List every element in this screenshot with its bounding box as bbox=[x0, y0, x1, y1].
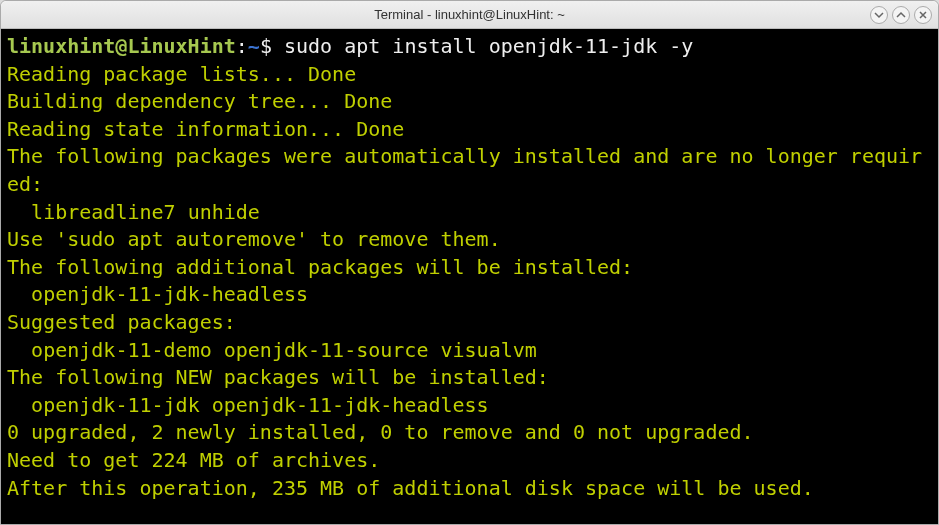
chevron-down-icon bbox=[874, 10, 884, 20]
command: sudo apt install openjdk-11-jdk -y bbox=[284, 34, 693, 58]
output-line: 0 upgraded, 2 newly installed, 0 to remo… bbox=[7, 419, 932, 447]
window-controls bbox=[870, 6, 932, 24]
minimize-button[interactable] bbox=[870, 6, 888, 24]
command-text bbox=[272, 34, 284, 58]
output-line: openjdk-11-jdk-headless bbox=[7, 281, 932, 309]
terminal-content[interactable]: linuxhint@LinuxHint:~$ sudo apt install … bbox=[1, 29, 938, 524]
prompt-colon: : bbox=[236, 34, 248, 58]
titlebar[interactable]: Terminal - linuxhint@LinuxHint: ~ bbox=[1, 1, 938, 29]
prompt-user: linuxhint@LinuxHint bbox=[7, 34, 236, 58]
maximize-button[interactable] bbox=[892, 6, 910, 24]
output-line: openjdk-11-demo openjdk-11-source visual… bbox=[7, 337, 932, 365]
window-title: Terminal - linuxhint@LinuxHint: ~ bbox=[374, 7, 565, 22]
output-line: The following NEW packages will be insta… bbox=[7, 364, 932, 392]
chevron-up-icon bbox=[896, 10, 906, 20]
terminal-output: Reading package lists... DoneBuilding de… bbox=[7, 61, 932, 503]
output-line: The following packages were automaticall… bbox=[7, 143, 932, 198]
output-line: After this operation, 235 MB of addition… bbox=[7, 475, 932, 503]
prompt-line: linuxhint@LinuxHint:~$ sudo apt install … bbox=[7, 33, 932, 61]
output-line: libreadline7 unhide bbox=[7, 199, 932, 227]
output-line: openjdk-11-jdk openjdk-11-jdk-headless bbox=[7, 392, 932, 420]
output-line: The following additional packages will b… bbox=[7, 254, 932, 282]
output-line: Reading state information... Done bbox=[7, 116, 932, 144]
output-line: Reading package lists... Done bbox=[7, 61, 932, 89]
output-line: Use 'sudo apt autoremove' to remove them… bbox=[7, 226, 932, 254]
terminal-window: Terminal - linuxhint@LinuxHint: ~ linuxh… bbox=[0, 0, 939, 525]
output-line: Building dependency tree... Done bbox=[7, 88, 932, 116]
prompt-dollar: $ bbox=[260, 34, 272, 58]
output-line: Suggested packages: bbox=[7, 309, 932, 337]
close-button[interactable] bbox=[914, 6, 932, 24]
output-line: Need to get 224 MB of archives. bbox=[7, 447, 932, 475]
prompt-path: ~ bbox=[248, 34, 260, 58]
close-icon bbox=[918, 10, 928, 20]
